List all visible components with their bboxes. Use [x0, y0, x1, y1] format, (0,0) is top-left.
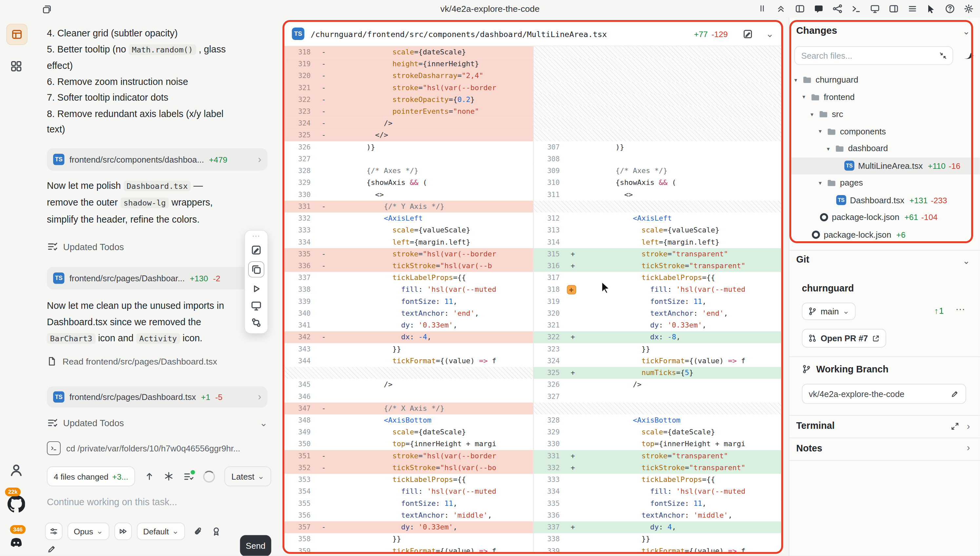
terminal-command-row[interactable]: cd /private/var/folders/10/h7w0q46556ggr… [47, 441, 268, 455]
line-number[interactable]: 309 [533, 165, 564, 177]
line-number[interactable]: 330 [284, 189, 316, 200]
branch-dropdown[interactable]: main ⌄ [802, 302, 856, 320]
preset-dropdown[interactable]: Default ⌄ [137, 522, 185, 540]
line-number[interactable]: 324 [533, 355, 564, 367]
profile-icon[interactable] [0, 462, 32, 478]
add-comment-button[interactable]: + [567, 285, 576, 295]
line-number[interactable]: 314 [533, 236, 564, 248]
updated-todos-row[interactable]: Updated Todos ⌄ [47, 418, 268, 428]
line-number[interactable]: 313 [533, 225, 564, 236]
line-number[interactable]: 308 [533, 153, 564, 165]
gear-icon[interactable] [963, 3, 974, 14]
sparkle-icon[interactable] [164, 472, 174, 482]
line-number[interactable]: 316 [533, 260, 564, 272]
chevron-right-icon[interactable]: › [967, 444, 970, 451]
github-icon[interactable] [0, 495, 32, 512]
monitor-icon[interactable] [869, 3, 880, 14]
files-changed-chip[interactable]: 4 files changed +3... [47, 466, 135, 486]
line-number[interactable]: 327 [533, 391, 564, 402]
read-file-row[interactable]: Read frontend/src/pages/Dashboard.tsx [47, 356, 268, 367]
line-number[interactable]: 348 [284, 414, 316, 426]
line-number[interactable]: 357 [284, 521, 316, 533]
line-number[interactable]: 322 [533, 331, 564, 343]
tree-item-package-lock-json[interactable]: package-lock.json+6 [789, 226, 980, 243]
attach-icon[interactable] [193, 527, 203, 537]
line-number[interactable]: 332 [533, 462, 564, 474]
line-number[interactable]: 326 [533, 379, 564, 391]
tree-item-multilinearea-tsx[interactable]: TSMultiLineArea.tsx+110-16 [789, 157, 980, 175]
line-number[interactable]: 328 [533, 414, 564, 426]
line-number[interactable]: 327 [284, 153, 316, 165]
line-number[interactable]: 325 [533, 367, 564, 379]
send-button[interactable]: Send [240, 535, 271, 556]
line-number[interactable]: 320 [533, 307, 564, 319]
chat-bubble-icon[interactable] [813, 3, 823, 14]
tree-item-churnguard[interactable]: ▾churnguard [789, 71, 980, 88]
notes-section-title[interactable]: Notes [796, 443, 822, 453]
annotate-icon[interactable] [743, 29, 753, 39]
help-icon[interactable] [944, 3, 955, 14]
terminal-icon[interactable] [851, 3, 861, 14]
updated-todos-row[interactable]: Updated Todos [47, 241, 268, 252]
tree-item-src[interactable]: ▾src [789, 105, 980, 123]
award-icon[interactable] [211, 527, 221, 537]
more-options-icon[interactable]: ⋯ [956, 304, 965, 315]
line-number[interactable]: 307 [533, 141, 564, 153]
latest-dropdown[interactable]: Latest ⌄ [224, 466, 271, 486]
line-number[interactable]: 323 [284, 105, 316, 117]
line-number[interactable]: 311 [533, 189, 564, 200]
line-number[interactable]: 338 [284, 284, 316, 296]
line-number[interactable]: 358 [284, 533, 316, 545]
line-number[interactable]: 333 [533, 474, 564, 485]
panel-right-icon[interactable] [888, 3, 899, 14]
line-number[interactable]: 337 [284, 272, 316, 284]
chevron-right-icon[interactable]: › [967, 423, 970, 430]
line-number[interactable]: 322 [284, 94, 316, 105]
bird-icon[interactable] [962, 49, 975, 61]
line-number[interactable]: 319 [533, 296, 564, 307]
apps-grid-icon[interactable] [9, 59, 24, 74]
tree-item-dashboard[interactable]: ▾dashboard [789, 140, 980, 157]
file-change-card[interactable]: TS frontend/src/components/dashboa... +4… [47, 148, 268, 171]
open-pr-button[interactable]: Open PR #7 [802, 329, 886, 348]
line-number[interactable]: 349 [284, 426, 316, 438]
line-number[interactable]: 326 [284, 141, 316, 153]
line-number[interactable]: 340 [284, 307, 316, 319]
line-number[interactable]: 331 [533, 450, 564, 462]
line-number[interactable]: 320 [284, 70, 316, 82]
line-number[interactable]: 350 [284, 438, 316, 450]
line-number[interactable]: 351 [284, 450, 316, 462]
line-number[interactable]: 335 [533, 498, 564, 509]
line-number[interactable]: 331 [284, 200, 316, 212]
settings-sliders-button[interactable] [45, 522, 62, 540]
menu-icon[interactable] [907, 3, 917, 14]
line-number[interactable]: 347 [284, 402, 316, 414]
file-change-card[interactable]: TS frontend/src/pages/Dashboar... +130 -… [47, 267, 268, 289]
tree-item-pages[interactable]: ▾pages [789, 175, 980, 191]
line-number[interactable]: 334 [533, 486, 564, 498]
line-number[interactable]: 336 [284, 260, 316, 272]
message-input[interactable]: Continue working on this task... [47, 496, 268, 507]
collapse-up-icon[interactable] [775, 3, 786, 14]
line-number[interactable]: 321 [533, 319, 564, 331]
line-number[interactable]: 339 [284, 296, 316, 307]
line-number[interactable]: 346 [284, 391, 316, 402]
line-number[interactable]: 330 [533, 438, 564, 450]
line-number[interactable]: 355 [284, 498, 316, 509]
line-number[interactable]: 329 [284, 177, 316, 189]
workspace-icon[interactable] [6, 24, 27, 45]
model-dropdown[interactable]: Opus ⌄ [68, 522, 110, 540]
collapse-icon[interactable] [939, 51, 948, 60]
edit-pencil-icon[interactable] [951, 390, 959, 398]
annotate-icon[interactable] [251, 244, 262, 256]
line-number[interactable]: 336 [533, 509, 564, 521]
expand-icon[interactable] [951, 422, 959, 431]
commits-ahead[interactable]: ↑1 [934, 306, 944, 316]
drag-handle-icon[interactable]: ⋯ [252, 234, 261, 239]
working-branch-field[interactable]: vk/4e2a-explore-the-code [802, 384, 966, 404]
pause-icon[interactable] [757, 3, 767, 14]
line-number[interactable]: 335 [284, 248, 316, 260]
line-number[interactable]: 334 [284, 236, 316, 248]
tree-item-dashboard-tsx[interactable]: TSDashboard.tsx+131-233 [789, 191, 980, 208]
copy-tool-selected[interactable] [248, 261, 265, 278]
